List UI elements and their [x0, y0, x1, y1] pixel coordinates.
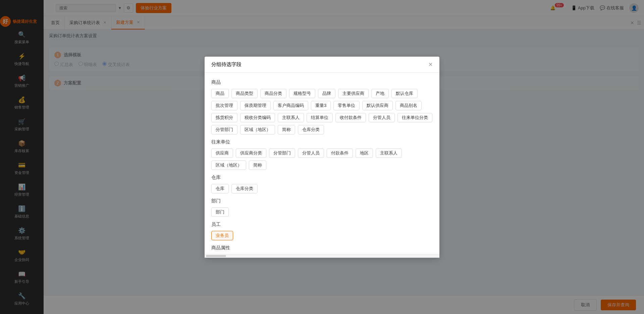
section-title-4: 员工	[211, 222, 433, 228]
field-tag-0-0[interactable]: 商品	[211, 89, 229, 98]
field-tag-0-4[interactable]: 品牌	[318, 89, 335, 98]
section-tags-0: 商品商品类型商品分类规格型号品牌主要供应商产地默认仓库批次管理保质期管理客户商品…	[211, 89, 433, 134]
field-selection-dialog: 分组待选字段 ✕ 商品商品商品类型商品分类规格型号品牌主要供应商产地默认仓库批次…	[205, 57, 439, 258]
field-tag-0-23[interactable]: 区域（地区）	[240, 125, 275, 134]
field-tag-0-14[interactable]: 商品别名	[395, 101, 422, 110]
field-tag-0-12[interactable]: 零售单位	[333, 101, 360, 110]
section-tags-3: 部门	[211, 207, 433, 217]
field-tag-3-0[interactable]: 部门	[211, 207, 229, 217]
section-tags-2: 仓库仓库分类	[211, 184, 433, 193]
dialog-title: 分组待选字段	[211, 61, 241, 68]
field-tag-0-3[interactable]: 规格型号	[289, 89, 315, 98]
field-tag-4-0[interactable]: 业务员	[211, 231, 233, 240]
section-title-1: 往来单位	[211, 139, 433, 145]
field-tag-0-18[interactable]: 结算单位	[307, 113, 333, 122]
scrollbar-thumb	[206, 255, 226, 257]
dialog-close-button[interactable]: ✕	[428, 61, 433, 68]
dialog-horizontal-scrollbar[interactable]	[205, 254, 439, 257]
field-tag-2-1[interactable]: 仓库分类	[231, 184, 258, 193]
section-tags-1: 供应商供应商分类分管部门分管人员付款条件地区主联系人区域（地区）简称	[211, 148, 433, 170]
field-tag-0-7[interactable]: 默认仓库	[391, 89, 418, 98]
field-tag-0-25[interactable]: 仓库分类	[298, 125, 324, 134]
field-tag-1-2[interactable]: 分管部门	[269, 148, 295, 158]
field-tag-1-5[interactable]: 地区	[356, 148, 373, 158]
field-tag-1-6[interactable]: 主联系人	[376, 148, 402, 158]
field-tag-0-6[interactable]: 产地	[371, 89, 389, 98]
field-tag-0-11[interactable]: 重量3	[311, 101, 331, 110]
field-tag-1-7[interactable]: 区域（地区）	[211, 161, 246, 170]
dialog-body[interactable]: 商品商品商品类型商品分类规格型号品牌主要供应商产地默认仓库批次管理保质期管理客户…	[205, 73, 439, 254]
dialog-header: 分组待选字段 ✕	[205, 57, 439, 73]
field-tag-0-20[interactable]: 分管人员	[369, 113, 395, 122]
section-title-0: 商品	[211, 79, 433, 85]
field-tag-0-21[interactable]: 往来单位分类	[397, 113, 432, 122]
field-tag-0-17[interactable]: 主联系人	[278, 113, 304, 122]
field-tag-1-0[interactable]: 供应商	[211, 148, 233, 158]
field-tag-0-5[interactable]: 主要供应商	[338, 89, 369, 98]
field-tag-0-13[interactable]: 默认供应商	[362, 101, 393, 110]
section-title-2: 仓库	[211, 175, 433, 181]
dialog-overlay: 分组待选字段 ✕ 商品商品商品类型商品分类规格型号品牌主要供应商产地默认仓库批次…	[0, 0, 644, 314]
field-tag-0-15[interactable]: 拣货积分	[211, 113, 237, 122]
field-tag-1-4[interactable]: 付款条件	[327, 148, 353, 158]
field-tag-0-24[interactable]: 简称	[278, 125, 295, 134]
field-tag-1-8[interactable]: 简称	[249, 161, 266, 170]
field-tag-2-0[interactable]: 仓库	[211, 184, 229, 193]
section-tags-4: 业务员	[211, 231, 433, 240]
field-tag-0-1[interactable]: 商品类型	[231, 89, 258, 98]
field-tag-0-10[interactable]: 客户商品编码	[273, 101, 308, 110]
field-tag-0-19[interactable]: 收付款条件	[335, 113, 366, 122]
section-title-3: 部门	[211, 198, 433, 204]
field-tag-0-22[interactable]: 分管部门	[211, 125, 237, 134]
field-tag-0-9[interactable]: 保质期管理	[240, 101, 271, 110]
field-tag-1-1[interactable]: 供应商分类	[236, 148, 266, 158]
field-tag-0-8[interactable]: 批次管理	[211, 101, 237, 110]
section-title-5: 商品属性	[211, 245, 433, 251]
field-tag-0-2[interactable]: 商品分类	[260, 89, 286, 98]
field-tag-1-3[interactable]: 分管人员	[298, 148, 324, 158]
field-tag-0-16[interactable]: 税收分类编码	[240, 113, 275, 122]
